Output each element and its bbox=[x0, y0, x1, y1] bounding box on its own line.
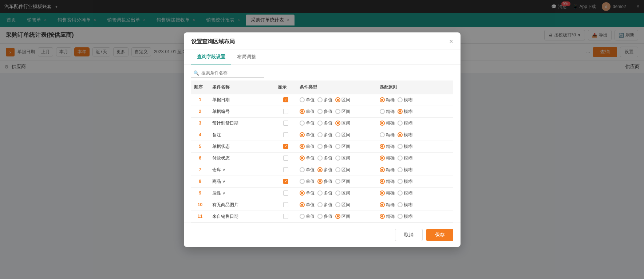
display-checkbox[interactable] bbox=[283, 190, 288, 196]
cell-name: 有无商品图片 bbox=[209, 199, 275, 211]
cell-display[interactable] bbox=[275, 188, 297, 198]
radio-multi-circle bbox=[317, 214, 323, 219]
rule-fuzzy-radio[interactable]: 模糊 bbox=[398, 120, 412, 126]
cell-display[interactable] bbox=[275, 95, 297, 105]
type-radio-group: 单值 多值 区间 bbox=[300, 132, 374, 138]
rule-exact-radio[interactable]: 精确 bbox=[380, 109, 395, 115]
display-checkbox[interactable] bbox=[283, 202, 288, 207]
display-checkbox[interactable] bbox=[283, 144, 288, 149]
cell-display[interactable] bbox=[275, 153, 297, 163]
type-range-radio[interactable]: 区间 bbox=[335, 213, 350, 220]
type-range-radio[interactable]: 区间 bbox=[335, 155, 350, 161]
type-multi-radio[interactable]: 多值 bbox=[317, 167, 332, 173]
radio-single-circle bbox=[300, 144, 305, 149]
display-checkbox[interactable] bbox=[283, 179, 288, 184]
rule-exact-radio[interactable]: 精确 bbox=[380, 178, 395, 185]
type-range-radio[interactable]: 区间 bbox=[335, 167, 350, 173]
cell-type: 单值 多值 区间 bbox=[297, 188, 377, 199]
cell-display[interactable] bbox=[275, 200, 297, 210]
cell-rule: 精确 模糊 bbox=[377, 164, 450, 176]
type-multi-radio[interactable]: 多值 bbox=[317, 109, 332, 115]
rule-fuzzy-radio[interactable]: 模糊 bbox=[398, 213, 412, 220]
type-single-label: 单值 bbox=[306, 190, 315, 196]
type-single-radio[interactable]: 单值 bbox=[300, 144, 315, 150]
rule-fuzzy-radio[interactable]: 模糊 bbox=[398, 167, 412, 173]
type-single-label: 单值 bbox=[306, 97, 315, 103]
radio-exact-circle bbox=[380, 202, 385, 207]
rule-exact-radio[interactable]: 精确 bbox=[380, 144, 395, 150]
type-single-radio[interactable]: 单值 bbox=[300, 213, 315, 220]
type-range-label: 区间 bbox=[341, 213, 350, 220]
rule-radio-group: 精确 模糊 bbox=[380, 97, 447, 103]
rule-fuzzy-radio[interactable]: 模糊 bbox=[398, 202, 412, 208]
type-range-radio[interactable]: 区间 bbox=[335, 144, 350, 150]
rule-exact-radio[interactable]: 精确 bbox=[380, 202, 395, 208]
type-multi-radio[interactable]: 多值 bbox=[317, 155, 332, 161]
type-single-radio[interactable]: 单值 bbox=[300, 132, 315, 138]
cell-name: 商品 ∨ bbox=[209, 176, 275, 187]
type-radio-group: 单值 多值 区间 bbox=[300, 202, 374, 208]
cell-display[interactable] bbox=[275, 165, 297, 175]
rule-exact-radio[interactable]: 精确 bbox=[380, 97, 395, 103]
type-multi-radio[interactable]: 多值 bbox=[317, 202, 332, 208]
rule-exact-radio[interactable]: 精确 bbox=[380, 190, 395, 196]
display-checkbox[interactable] bbox=[283, 97, 288, 102]
rule-fuzzy-radio[interactable]: 模糊 bbox=[398, 132, 412, 138]
type-multi-radio[interactable]: 多值 bbox=[317, 190, 332, 196]
type-multi-radio[interactable]: 多值 bbox=[317, 144, 332, 150]
type-multi-radio[interactable]: 多值 bbox=[317, 132, 332, 138]
cancel-button[interactable]: 取消 bbox=[395, 229, 423, 241]
display-checkbox[interactable] bbox=[283, 109, 288, 114]
type-single-radio[interactable]: 单值 bbox=[300, 97, 315, 103]
display-checkbox[interactable] bbox=[283, 156, 288, 161]
rule-exact-radio[interactable]: 精确 bbox=[380, 213, 395, 220]
type-range-radio[interactable]: 区间 bbox=[335, 97, 350, 103]
rule-exact-radio[interactable]: 精确 bbox=[380, 132, 395, 138]
rule-fuzzy-radio[interactable]: 模糊 bbox=[398, 190, 412, 196]
modal-tab-layout[interactable]: 布局调整 bbox=[231, 50, 262, 64]
rule-fuzzy-radio[interactable]: 模糊 bbox=[398, 97, 412, 103]
radio-multi-circle bbox=[317, 109, 323, 114]
type-multi-radio[interactable]: 多值 bbox=[317, 178, 332, 185]
type-range-radio[interactable]: 区间 bbox=[335, 202, 350, 208]
display-checkbox[interactable] bbox=[283, 214, 288, 219]
type-multi-label: 多值 bbox=[324, 167, 332, 173]
rule-fuzzy-radio[interactable]: 模糊 bbox=[398, 155, 412, 161]
type-single-radio[interactable]: 单值 bbox=[300, 190, 315, 196]
display-checkbox[interactable] bbox=[283, 121, 288, 126]
modal-close-button[interactable]: × bbox=[449, 38, 453, 45]
display-checkbox[interactable] bbox=[283, 132, 288, 137]
type-range-radio[interactable]: 区间 bbox=[335, 109, 350, 115]
radio-exact-circle bbox=[380, 121, 385, 126]
type-single-radio[interactable]: 单值 bbox=[300, 202, 315, 208]
cell-display[interactable] bbox=[275, 118, 297, 128]
search-input[interactable] bbox=[201, 70, 260, 75]
save-button[interactable]: 保存 bbox=[426, 229, 453, 241]
type-single-radio[interactable]: 单值 bbox=[300, 109, 315, 115]
cell-display[interactable] bbox=[275, 211, 297, 221]
type-single-radio[interactable]: 单值 bbox=[300, 167, 315, 173]
type-range-radio[interactable]: 区间 bbox=[335, 178, 350, 185]
rule-fuzzy-radio[interactable]: 模糊 bbox=[398, 109, 412, 115]
type-single-radio[interactable]: 单值 bbox=[300, 155, 315, 161]
cell-display[interactable] bbox=[275, 106, 297, 117]
rule-exact-radio[interactable]: 精确 bbox=[380, 120, 395, 126]
cell-display[interactable] bbox=[275, 176, 297, 186]
type-multi-radio[interactable]: 多值 bbox=[317, 120, 332, 126]
type-range-radio[interactable]: 区间 bbox=[335, 132, 350, 138]
type-range-radio[interactable]: 区间 bbox=[335, 190, 350, 196]
cell-display[interactable] bbox=[275, 130, 297, 140]
rule-exact-radio[interactable]: 精确 bbox=[380, 167, 395, 173]
rule-exact-radio[interactable]: 精确 bbox=[380, 155, 395, 161]
modal-tab-query-fields[interactable]: 查询字段设置 bbox=[191, 50, 231, 64]
type-multi-radio[interactable]: 多值 bbox=[317, 213, 332, 220]
type-range-radio[interactable]: 区间 bbox=[335, 120, 350, 126]
display-checkbox[interactable] bbox=[283, 167, 288, 172]
rule-fuzzy-radio[interactable]: 模糊 bbox=[398, 144, 412, 150]
radio-exact-circle bbox=[380, 97, 385, 102]
type-single-radio[interactable]: 单值 bbox=[300, 120, 315, 126]
type-single-radio[interactable]: 单值 bbox=[300, 178, 315, 185]
type-multi-radio[interactable]: 多值 bbox=[317, 97, 332, 103]
cell-display[interactable] bbox=[275, 141, 297, 152]
rule-fuzzy-radio[interactable]: 模糊 bbox=[398, 178, 412, 185]
